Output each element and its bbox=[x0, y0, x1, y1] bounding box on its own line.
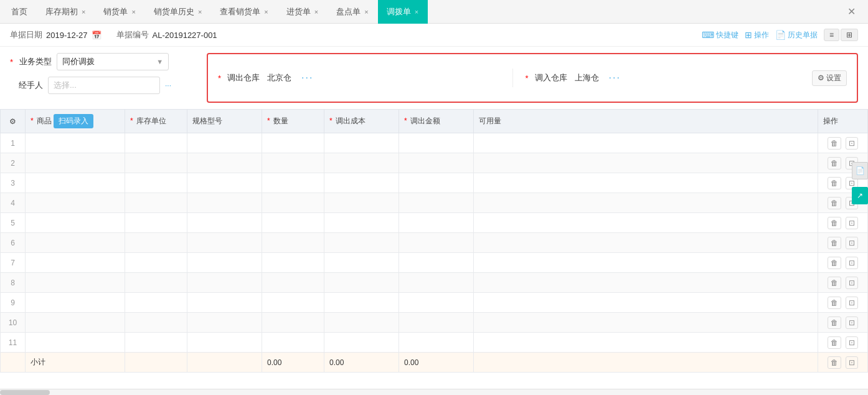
warehouse-settings-button[interactable]: ⚙ 设置 bbox=[812, 70, 847, 86]
tab-sales-history-close[interactable]: × bbox=[198, 8, 202, 16]
tab-inventory-init-label: 库存期初 bbox=[45, 6, 78, 17]
tab-inventory-check-label: 盘点单 bbox=[336, 6, 361, 17]
row-2-delete-button[interactable]: 🗑 bbox=[828, 157, 841, 169]
row-4-product[interactable] bbox=[26, 193, 125, 213]
row-5-product[interactable] bbox=[26, 213, 125, 233]
row-1-delete-button[interactable]: 🗑 bbox=[828, 137, 841, 150]
operations-label: 操作 bbox=[754, 30, 769, 40]
window-close-button[interactable]: ✕ bbox=[837, 0, 866, 24]
warehouse-out-more[interactable]: ··· bbox=[301, 72, 313, 83]
tab-view-sales-label: 查看销货单 bbox=[220, 6, 260, 17]
tab-transfer-close[interactable]: × bbox=[415, 8, 418, 16]
row-8-product[interactable] bbox=[26, 273, 125, 293]
tab-sales-order[interactable]: 销货单 × bbox=[95, 0, 144, 24]
row-10-copy-button[interactable]: ⊡ bbox=[846, 316, 858, 329]
grid-view-button[interactable]: ⊞ bbox=[841, 29, 858, 41]
row-5-copy-button[interactable]: ⊡ bbox=[846, 217, 858, 229]
list-view-button[interactable]: ≡ bbox=[824, 29, 839, 41]
row-1-available bbox=[474, 133, 818, 153]
tab-inventory-init[interactable]: 库存期初 × bbox=[37, 0, 95, 24]
row-10-unit bbox=[125, 313, 187, 333]
row-1-product[interactable] bbox=[26, 133, 125, 153]
row-9-product[interactable] bbox=[26, 293, 125, 313]
tab-inventory-check-close[interactable]: × bbox=[364, 8, 368, 16]
row-7-delete-button[interactable]: 🗑 bbox=[828, 257, 841, 269]
row-4-cost bbox=[324, 193, 399, 213]
table-gear-icon[interactable]: ⚙ bbox=[9, 117, 16, 126]
row-3-delete-button[interactable]: 🗑 bbox=[828, 177, 841, 189]
row-7-product[interactable] bbox=[26, 253, 125, 273]
row-3-available bbox=[474, 173, 818, 193]
tab-purchase-close[interactable]: × bbox=[314, 8, 318, 16]
row-1-copy-button[interactable]: ⊡ bbox=[846, 137, 858, 150]
row-5-cost bbox=[324, 213, 399, 233]
tab-sales-order-close[interactable]: × bbox=[131, 8, 135, 16]
row-6-cost bbox=[324, 233, 399, 253]
row-11-delete-button[interactable]: 🗑 bbox=[828, 336, 841, 349]
handler-select[interactable]: 选择... bbox=[48, 77, 160, 94]
business-type-value: 同价调拨 bbox=[62, 56, 95, 67]
row-9-copy-button[interactable]: ⊡ bbox=[846, 297, 858, 309]
scan-button[interactable]: 扫码录入 bbox=[54, 114, 93, 128]
operation-col-label: 操作 bbox=[823, 117, 838, 125]
tab-purchase[interactable]: 进货单 × bbox=[278, 0, 328, 24]
row-8-qty bbox=[262, 273, 324, 293]
row-5-delete-button[interactable]: 🗑 bbox=[828, 217, 841, 229]
row-6-product[interactable] bbox=[26, 233, 125, 253]
tab-transfer-label: 调拨单 bbox=[387, 6, 411, 17]
settings-label: 设置 bbox=[826, 73, 841, 83]
row-num-8: 8 bbox=[1, 273, 26, 293]
table-row: 4 🗑 ⊡ bbox=[1, 193, 868, 213]
tab-inventory-init-close[interactable]: × bbox=[82, 8, 85, 16]
float-link-button[interactable]: ↗ bbox=[852, 187, 868, 204]
row-3-product[interactable] bbox=[26, 173, 125, 193]
subtotal-delete-button[interactable]: 🗑 bbox=[828, 356, 841, 369]
row-7-copy-button[interactable]: ⊡ bbox=[846, 257, 858, 269]
tab-transfer[interactable]: 调拨单 × bbox=[378, 0, 428, 24]
doc-no-label: 单据编号 bbox=[116, 29, 149, 40]
row-8-delete-button[interactable]: 🗑 bbox=[828, 277, 841, 289]
table-header-row: ⚙ * 商品 扫码录入 * 库存单位 规格型号 * bbox=[1, 110, 868, 133]
row-10-product[interactable] bbox=[26, 313, 125, 333]
tab-inventory-check[interactable]: 盘点单 × bbox=[328, 0, 377, 24]
row-4-delete-button[interactable]: 🗑 bbox=[828, 197, 841, 209]
subtotal-copy-button[interactable]: ⊡ bbox=[846, 356, 858, 369]
row-11-product[interactable] bbox=[26, 333, 125, 353]
horizontal-scrollbar[interactable] bbox=[0, 389, 868, 395]
data-table: ⚙ * 商品 扫码录入 * 库存单位 规格型号 * bbox=[0, 109, 868, 373]
row-10-delete-button[interactable]: 🗑 bbox=[828, 316, 841, 329]
shortcuts-button[interactable]: ⌨ 快捷键 bbox=[702, 30, 738, 40]
amount-required-star: * bbox=[404, 117, 407, 125]
history-button[interactable]: 📄 历史单据 bbox=[775, 30, 818, 40]
tab-sales-history-label: 销货单历史 bbox=[154, 6, 194, 17]
tab-sales-history[interactable]: 销货单历史 × bbox=[145, 0, 211, 24]
business-type-select[interactable]: 同价调拨 ▼ bbox=[57, 53, 169, 70]
warehouse-in-more[interactable]: ··· bbox=[609, 72, 621, 83]
row-8-copy-button[interactable]: ⊡ bbox=[846, 277, 858, 289]
row-11-copy-button[interactable]: ⊡ bbox=[846, 336, 858, 349]
row-1-spec bbox=[187, 133, 262, 153]
unit-col-label: 库存单位 bbox=[136, 117, 166, 125]
row-6-copy-button[interactable]: ⊡ bbox=[846, 237, 858, 249]
handler-more-icon[interactable]: ··· bbox=[165, 81, 171, 90]
amount-col-label: 调出金额 bbox=[410, 117, 440, 125]
row-4-amount bbox=[399, 193, 474, 213]
calendar-icon[interactable]: 📅 bbox=[92, 31, 101, 40]
row-9-delete-button[interactable]: 🗑 bbox=[828, 297, 841, 309]
float-doc-button[interactable]: 📄 bbox=[852, 162, 868, 179]
tab-view-sales[interactable]: 查看销货单 × bbox=[211, 0, 277, 24]
right-float-link-panel: ↗ bbox=[852, 187, 868, 204]
row-6-delete-button[interactable]: 🗑 bbox=[828, 237, 841, 249]
row-9-cost bbox=[324, 293, 399, 313]
operations-grid-icon: ⊞ bbox=[745, 30, 752, 40]
tab-sales-order-label: 销货单 bbox=[103, 6, 128, 17]
scroll-thumb[interactable] bbox=[0, 390, 50, 395]
tab-view-sales-close[interactable]: × bbox=[264, 8, 268, 16]
tab-home[interactable]: 首页 bbox=[2, 0, 37, 24]
row-2-cost bbox=[324, 153, 399, 173]
row-2-product[interactable] bbox=[26, 153, 125, 173]
qty-col-label: 数量 bbox=[273, 117, 288, 125]
date-value[interactable]: 2019-12-27 bbox=[46, 31, 88, 40]
row-9-unit bbox=[125, 293, 187, 313]
operations-button[interactable]: ⊞ 操作 bbox=[745, 30, 769, 40]
